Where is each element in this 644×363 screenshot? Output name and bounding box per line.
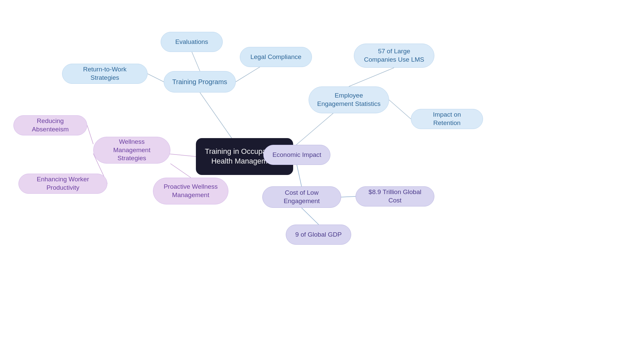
employee-engagement-node: Employee Engagement Statistics xyxy=(309,86,389,113)
svg-line-10 xyxy=(170,164,191,178)
svg-line-2 xyxy=(148,74,164,82)
reducing-absenteeism-node: Reducing Absenteeism xyxy=(13,115,87,135)
proactive-wellness-node: Proactive Wellness Management xyxy=(153,178,228,204)
return-to-work-node: Return-to-Work Strategies xyxy=(62,64,148,84)
svg-line-14 xyxy=(302,208,319,225)
evaluations-node: Evaluations xyxy=(161,32,223,52)
training-programs-node: Training Programs xyxy=(164,71,236,93)
lms-node: 57 of Large Companies Use LMS xyxy=(354,44,434,68)
impact-retention-node: Impact on Retention xyxy=(411,109,483,129)
svg-line-8 xyxy=(87,125,93,144)
economic-impact-node: Economic Impact xyxy=(263,145,330,165)
wellness-management-node: Wellness Management Strategies xyxy=(93,137,170,164)
svg-line-6 xyxy=(389,100,411,119)
global-gdp-node: 9 of Global GDP xyxy=(286,225,351,245)
cost-low-engagement-node: Cost of Low Engagement xyxy=(262,186,341,208)
svg-line-5 xyxy=(349,68,394,86)
global-cost-node: $8.9 Trillion Global Cost xyxy=(356,186,434,206)
enhancing-worker-node: Enhancing Worker Productivity xyxy=(18,174,107,194)
svg-line-12 xyxy=(297,165,302,186)
svg-line-1 xyxy=(192,52,200,71)
legal-compliance-node: Legal Compliance xyxy=(240,47,312,67)
svg-line-13 xyxy=(341,196,356,197)
